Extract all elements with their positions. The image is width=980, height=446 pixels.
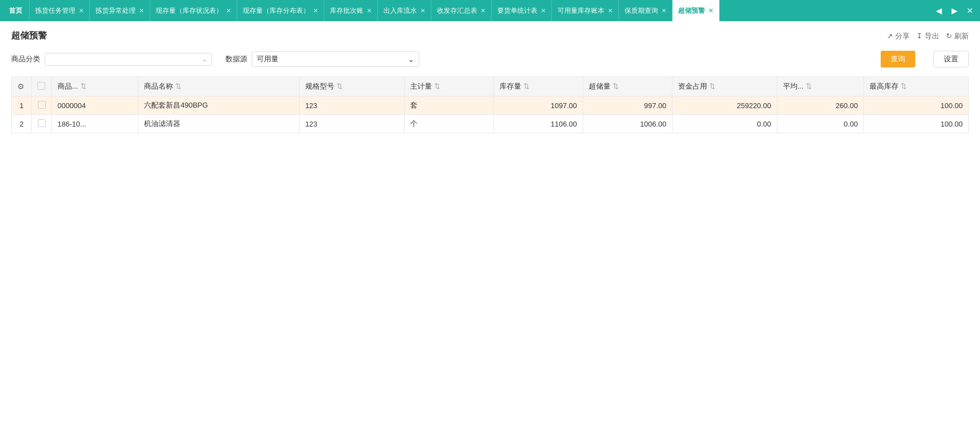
cell-spec-1: 123 bbox=[299, 115, 404, 133]
share-button[interactable]: ↗ 分享 bbox=[887, 31, 910, 41]
settings-button[interactable]: 设置 bbox=[933, 51, 969, 67]
col-header-cb bbox=[32, 77, 52, 96]
nav-tab-label-3: 现存量（库存分布表） bbox=[243, 6, 310, 16]
nav-tab-0[interactable]: 拣货任务管理✕ bbox=[30, 0, 90, 21]
nav-close-arrow[interactable]: ✕ bbox=[962, 0, 978, 21]
cell-unit-1: 个 bbox=[404, 115, 493, 133]
category-select[interactable]: ⌄ bbox=[45, 53, 212, 66]
nav-tab-label-1: 拣货异常处理 bbox=[95, 6, 136, 16]
nav-tab-label-8: 可用量库存账本 bbox=[558, 6, 604, 16]
row-cb-0[interactable] bbox=[38, 101, 46, 109]
nav-tab-7[interactable]: 要货单统计表✕ bbox=[492, 0, 552, 21]
sort-icon-code: ⇅ bbox=[80, 82, 87, 90]
nav-tab-label-0: 拣货任务管理 bbox=[35, 6, 75, 16]
share-icon: ↗ bbox=[887, 32, 893, 40]
page-content: 超储预警 ↗ 分享 ↧ 导出 ↻ 刷新 商品分类 ⌄ 数据源 bbox=[0, 21, 980, 142]
cell-code-1: 186-10... bbox=[52, 115, 138, 133]
header-actions: ↗ 分享 ↧ 导出 ↻ 刷新 bbox=[887, 31, 969, 41]
export-label: 导出 bbox=[925, 31, 939, 41]
row-index-1: 2 bbox=[12, 115, 32, 133]
nav-tab-close-1[interactable]: ✕ bbox=[139, 7, 144, 14]
col-header-spec[interactable]: 规格型号⇅ bbox=[299, 77, 404, 96]
datasource-chevron-icon: ⌄ bbox=[408, 55, 414, 64]
nav-tab-close-8[interactable]: ✕ bbox=[608, 7, 613, 14]
nav-tab-label-4: 库存批次账 bbox=[330, 6, 363, 16]
sort-icon-maxstock: ⇅ bbox=[901, 82, 907, 90]
col-header-name[interactable]: 商品名称⇅ bbox=[138, 77, 299, 96]
nav-tab-close-10[interactable]: ✕ bbox=[708, 7, 713, 14]
cell-unit-0: 套 bbox=[404, 96, 493, 115]
nav-tab-close-6[interactable]: ✕ bbox=[481, 7, 486, 14]
row-index-0: 1 bbox=[12, 96, 32, 115]
col-header-code[interactable]: 商品...⇅ bbox=[52, 77, 138, 96]
select-all-checkbox[interactable] bbox=[37, 82, 45, 90]
sort-icon-name: ⇅ bbox=[175, 82, 181, 90]
category-filter-group: 商品分类 ⌄ bbox=[11, 53, 212, 66]
datasource-value: 可用量 bbox=[257, 54, 278, 64]
query-button[interactable]: 查询 bbox=[881, 51, 915, 67]
data-table: ⚙商品...⇅商品名称⇅规格型号⇅主计量⇅库存量⇅超储量⇅资金占用⇅平均...⇅… bbox=[11, 76, 969, 133]
refresh-icon: ↻ bbox=[946, 32, 952, 40]
row-cb-1[interactable] bbox=[38, 119, 46, 127]
nav-tab-9[interactable]: 保质期查询✕ bbox=[619, 0, 672, 21]
sort-icon-unit: ⇅ bbox=[434, 82, 440, 90]
share-label: 分享 bbox=[895, 31, 910, 41]
sort-icon-avg: ⇅ bbox=[806, 82, 812, 90]
nav-tab-4[interactable]: 库存批次账✕ bbox=[324, 0, 378, 21]
export-button[interactable]: ↧ 导出 bbox=[916, 31, 939, 41]
nav-tab-3[interactable]: 现存量（库存分布表）✕ bbox=[237, 0, 324, 21]
cell-maxstock-1: 100.00 bbox=[864, 115, 969, 133]
sort-icon-capital: ⇅ bbox=[709, 82, 715, 90]
export-icon: ↧ bbox=[916, 32, 923, 40]
nav-tab-label-2: 现存量（库存状况表） bbox=[156, 6, 223, 16]
datasource-select[interactable]: 可用量 ⌄ bbox=[252, 51, 419, 67]
cell-capital-1: 0.00 bbox=[672, 115, 777, 133]
cell-stock-0: 1097.00 bbox=[493, 96, 583, 115]
nav-tab-8[interactable]: 可用量库存账本✕ bbox=[552, 0, 619, 21]
nav-tab-1[interactable]: 拣货异常处理✕ bbox=[90, 0, 150, 21]
nav-tab-10[interactable]: 超储预警✕ bbox=[672, 0, 719, 21]
nav-tab-close-3[interactable]: ✕ bbox=[313, 7, 318, 14]
refresh-label: 刷新 bbox=[954, 31, 969, 41]
filter-row: 商品分类 ⌄ 数据源 可用量 ⌄ 查询 设置 bbox=[11, 51, 969, 67]
nav-tab-label-10: 超储预警 bbox=[678, 6, 705, 16]
nav-arrows: ◀ ▶ ✕ bbox=[931, 0, 978, 21]
nav-tab-close-0[interactable]: ✕ bbox=[79, 7, 84, 14]
col-header-seq: ⚙ bbox=[12, 77, 32, 96]
nav-tab-5[interactable]: 出入库流水✕ bbox=[378, 0, 431, 21]
nav-tab-2[interactable]: 现存量（库存状况表）✕ bbox=[150, 0, 237, 21]
cell-name-0: 六配套新昌490BPG bbox=[138, 96, 299, 115]
sort-icon-stock: ⇅ bbox=[523, 82, 530, 90]
cell-avg-0: 260.00 bbox=[777, 96, 863, 115]
nav-home[interactable]: 首页 bbox=[2, 0, 30, 21]
datasource-filter-group: 数据源 可用量 ⌄ bbox=[225, 51, 419, 67]
cell-over-1: 1006.00 bbox=[583, 115, 672, 133]
nav-tab-close-5[interactable]: ✕ bbox=[420, 7, 425, 14]
col-header-unit[interactable]: 主计量⇅ bbox=[404, 77, 493, 96]
nav-tab-6[interactable]: 收发存汇总表✕ bbox=[431, 0, 492, 21]
nav-prev-arrow[interactable]: ◀ bbox=[931, 0, 947, 21]
nav-tab-label-5: 出入库流水 bbox=[383, 6, 417, 16]
row-checkbox-1[interactable] bbox=[32, 115, 52, 133]
cell-capital-0: 259220.00 bbox=[672, 96, 777, 115]
col-header-over[interactable]: 超储量⇅ bbox=[583, 77, 672, 96]
nav-tab-close-9[interactable]: ✕ bbox=[661, 7, 666, 14]
cell-over-0: 997.00 bbox=[583, 96, 672, 115]
nav-tab-close-2[interactable]: ✕ bbox=[226, 7, 231, 14]
col-header-avg[interactable]: 平均...⇅ bbox=[777, 77, 863, 96]
refresh-button[interactable]: ↻ 刷新 bbox=[946, 31, 969, 41]
nav-next-arrow[interactable]: ▶ bbox=[947, 0, 962, 21]
cell-code-0: 0000004 bbox=[52, 96, 138, 115]
col-header-stock[interactable]: 库存量⇅ bbox=[493, 77, 583, 96]
nav-tab-close-4[interactable]: ✕ bbox=[367, 7, 372, 14]
cell-spec-0: 123 bbox=[299, 96, 404, 115]
nav-tab-label-9: 保质期查询 bbox=[624, 6, 658, 16]
cell-stock-1: 1106.00 bbox=[493, 115, 583, 133]
nav-tab-close-7[interactable]: ✕ bbox=[541, 7, 546, 14]
col-header-capital[interactable]: 资金占用⇅ bbox=[672, 77, 777, 96]
gear-icon[interactable]: ⚙ bbox=[17, 82, 25, 91]
nav-bar: 首页 拣货任务管理✕拣货异常处理✕现存量（库存状况表）✕现存量（库存分布表）✕库… bbox=[0, 0, 980, 21]
col-header-maxstock[interactable]: 最高库存⇅ bbox=[864, 77, 969, 96]
category-label: 商品分类 bbox=[11, 54, 40, 64]
row-checkbox-0[interactable] bbox=[32, 96, 52, 115]
